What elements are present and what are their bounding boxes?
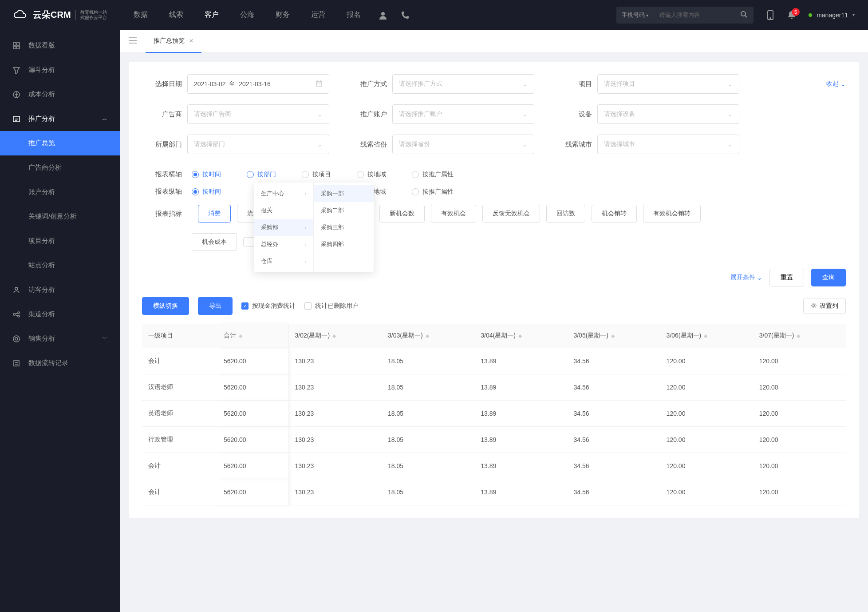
radio-v-time[interactable]: 按时间: [192, 188, 221, 196]
phone-icon[interactable]: [401, 11, 410, 20]
acct-select[interactable]: 请选择推广账户⌄: [392, 104, 534, 124]
table-cell: 13.89: [474, 401, 567, 427]
prov-select[interactable]: 请选择省份⌄: [392, 135, 534, 154]
prov-label: 线索省份: [347, 140, 387, 149]
chip-validconv[interactable]: 有效机会销转: [643, 205, 701, 223]
dept-select[interactable]: 请选择部门⌄: [187, 135, 329, 154]
nav-customer[interactable]: 客户: [205, 10, 219, 20]
radio-v-attr[interactable]: 按推广属性: [412, 188, 454, 196]
status-dot-icon: [809, 13, 812, 17]
close-icon[interactable]: ✕: [189, 38, 193, 44]
dd-item-warehouse[interactable]: 仓库›: [254, 253, 313, 270]
table-cell: 120.00: [660, 374, 753, 401]
table-cell: 会计: [142, 348, 217, 374]
date-picker[interactable]: 2021-03-02 至 2021-03-16: [187, 74, 329, 94]
radio-h-region[interactable]: 按地域: [357, 171, 386, 179]
search-type-select[interactable]: 手机号码 ▾: [616, 11, 655, 19]
table-panel: 横纵切换 导出 按现金消费统计 统计已删除用户 设置列: [142, 297, 846, 505]
person-icon[interactable]: [379, 11, 387, 20]
chip-validopp[interactable]: 有效机会: [431, 205, 476, 223]
sidebar-item-channel[interactable]: 渠道分析: [0, 302, 120, 326]
sidebar-sub-project[interactable]: 项目分析: [0, 229, 120, 253]
th-total[interactable]: 合计◆: [217, 324, 288, 348]
chip-conv[interactable]: 机会销转: [592, 205, 637, 223]
nav-sea[interactable]: 公海: [240, 10, 254, 20]
table-cell: 120.00: [660, 401, 753, 427]
nav-signup[interactable]: 报名: [347, 10, 361, 20]
expand-conditions-link[interactable]: 展开条件⌄: [730, 274, 762, 282]
dd-item-p3[interactable]: 采购三部: [314, 219, 374, 236]
sidebar-sub-advertiser[interactable]: 广告商分析: [0, 155, 120, 180]
dd-item-purchase[interactable]: 采购部›: [254, 219, 313, 236]
sidebar-item-sales[interactable]: 销售分析 ﹀: [0, 326, 120, 351]
chip-oppcost[interactable]: 机会成本: [192, 233, 237, 251]
dd-item-prod[interactable]: 生产中心›: [254, 185, 313, 202]
th-item[interactable]: 一级项目: [142, 324, 217, 348]
menu-toggle-icon[interactable]: [129, 37, 137, 45]
device-select[interactable]: 请选择设备⌄: [597, 104, 739, 124]
chip-consume[interactable]: 消费: [198, 205, 231, 223]
search-input[interactable]: [654, 12, 734, 18]
radio-h-dept[interactable]: 按部门: [247, 171, 276, 179]
dd-item-gm[interactable]: 总经办›: [254, 236, 313, 253]
sidebar-item-dashboard[interactable]: 数据看版: [0, 33, 120, 58]
table-cell: 5620.00: [217, 453, 288, 479]
table-cell: 行政管理: [142, 427, 217, 453]
bell-icon[interactable]: 5: [787, 11, 796, 20]
sidebar-sub-account[interactable]: 账户分析: [0, 180, 120, 204]
method-select[interactable]: 请选择推广方式⌄: [392, 74, 534, 94]
swap-button[interactable]: 横纵切换: [142, 297, 189, 315]
search-icon[interactable]: [734, 11, 754, 19]
reset-button[interactable]: 重置: [769, 269, 804, 286]
columns-button[interactable]: 设置列: [803, 298, 846, 314]
svg-rect-17: [316, 81, 322, 86]
sidebar-item-promo[interactable]: 推广分析 ︿: [0, 107, 120, 131]
dd-item-p2[interactable]: 采购二部: [314, 202, 374, 219]
table-cell: 120.00: [753, 374, 846, 401]
dd-item-customs[interactable]: 报关: [254, 202, 313, 219]
radio-h-time[interactable]: 按时间: [192, 171, 221, 179]
adv-select[interactable]: 请选择广告商⌄: [187, 104, 329, 124]
th-d4[interactable]: 3/05(星期一)◆: [567, 324, 660, 348]
export-button[interactable]: 导出: [198, 297, 233, 315]
project-select[interactable]: 请选择项目⌄: [597, 74, 739, 94]
axis-h-row: 报表横轴 按时间 按部门 按项目 按地域 按推广属性 生产中心› 报关 采购部›…: [142, 170, 846, 179]
th-d1[interactable]: 3/02(星期一)◆: [288, 324, 382, 348]
th-d6[interactable]: 3/07(星期一)◆: [753, 324, 846, 348]
chip-invalid[interactable]: 反馈无效机会: [482, 205, 540, 223]
sidebar-sub-keyword[interactable]: 关键词/创意分析: [0, 204, 120, 229]
chip-revisit[interactable]: 回访数: [546, 205, 585, 223]
nav-finance[interactable]: 财务: [276, 10, 290, 20]
deleted-stats-checkbox[interactable]: 统计已删除用户: [304, 302, 359, 310]
user-menu[interactable]: manager11 ▾: [809, 12, 855, 19]
sidebar-item-funnel[interactable]: 漏斗分析: [0, 58, 120, 82]
sidebar-item-visitor[interactable]: 访客分析: [0, 278, 120, 302]
dd-item-p1[interactable]: 采购一部: [314, 185, 374, 202]
table-row: 会计5620.00130.2318.0513.8934.56120.00120.…: [142, 479, 846, 505]
sidebar-sub-site[interactable]: 站点分析: [0, 253, 120, 278]
nav-ops[interactable]: 运营: [311, 10, 325, 20]
cash-stats-checkbox[interactable]: 按现金消费统计: [241, 302, 296, 310]
nav-data[interactable]: 数据: [134, 10, 148, 20]
city-select[interactable]: 请选择城市⌄: [597, 135, 739, 154]
top-right: 手机号码 ▾ 5 manager11 ▾: [616, 7, 855, 24]
sidebar-item-cost[interactable]: 成本分析: [0, 82, 120, 107]
radio-h-attr[interactable]: 按推广属性: [412, 171, 454, 179]
th-d2[interactable]: 3/03(星期一)◆: [382, 324, 474, 348]
chip-newopp[interactable]: 新机会数: [379, 205, 425, 223]
chevron-right-icon: ›: [305, 242, 306, 247]
tab-overview[interactable]: 推广总预览 ✕: [146, 30, 201, 53]
sidebar-sub-overview[interactable]: 推广总览: [0, 131, 120, 155]
sidebar-item-flow[interactable]: 数据流转记录: [0, 351, 120, 375]
checkbox-icon: [241, 302, 249, 310]
query-button[interactable]: 查询: [811, 269, 846, 286]
th-d5[interactable]: 3/06(星期一)◆: [660, 324, 753, 348]
table-cell: 18.05: [382, 453, 474, 479]
radio-h-project[interactable]: 按项目: [302, 171, 331, 179]
th-d3[interactable]: 3/04(星期一)◆: [474, 324, 567, 348]
dd-item-p4[interactable]: 采购四部: [314, 236, 374, 253]
svg-point-11: [13, 314, 15, 315]
collapse-link[interactable]: 收起⌄: [826, 80, 846, 88]
nav-clue[interactable]: 线索: [169, 10, 183, 20]
device-icon[interactable]: [766, 11, 775, 20]
